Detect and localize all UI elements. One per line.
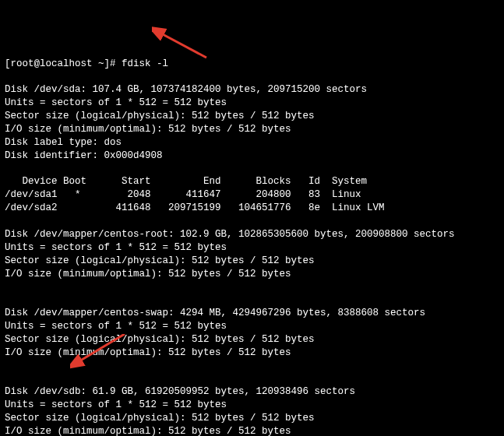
units-line: Units = sectors of 1 * 512 = 512 bytes	[5, 242, 227, 253]
io-size-line: I/O size (minimum/optimal): 512 bytes / …	[5, 426, 291, 436]
io-size-line: I/O size (minimum/optimal): 512 bytes / …	[5, 124, 291, 135]
sector-size-line: Sector size (logical/physical): 512 byte…	[5, 111, 315, 121]
disk-centos-root-summary: Disk /dev/mapper/centos-root: 102.9 GB, …	[5, 229, 455, 240]
disk-centos-swap-summary: Disk /dev/mapper/centos-swap: 4294 MB, 4…	[5, 308, 425, 318]
sector-size-line: Sector size (logical/physical): 512 byte…	[5, 334, 315, 345]
shell-prompt: [root@localhost ~]#	[5, 58, 122, 69]
units-line: Units = sectors of 1 * 512 = 512 bytes	[5, 97, 227, 108]
disk-sdb-summary: Disk /dev/sdb: 61.9 GB, 61920509952 byte…	[5, 386, 355, 397]
sector-size-line: Sector size (logical/physical): 512 byte…	[5, 413, 315, 424]
disk-sda-summary: Disk /dev/sda: 107.4 GB, 107374182400 by…	[5, 84, 367, 95]
partition-table-header: Device Boot Start End Blocks Id System	[5, 176, 367, 187]
svg-line-0	[160, 33, 206, 58]
sector-size-line: Sector size (logical/physical): 512 byte…	[5, 255, 315, 266]
io-size-line: I/O size (minimum/optimal): 512 bytes / …	[5, 269, 291, 280]
label-type-line: Disk label type: dos	[5, 137, 122, 148]
identifier-sda: Disk identifier: 0x000d4908	[5, 150, 163, 161]
units-line: Units = sectors of 1 * 512 = 512 bytes	[5, 321, 227, 332]
command-text: fdisk -l	[122, 58, 168, 69]
units-line: Units = sectors of 1 * 512 = 512 bytes	[5, 399, 227, 410]
partition-row-sda1: /dev/sda1 * 2048 411647 204800 83 Linux	[5, 189, 361, 200]
partition-row-sda2: /dev/sda2 411648 209715199 104651776 8e …	[5, 202, 385, 213]
io-size-line: I/O size (minimum/optimal): 512 bytes / …	[5, 347, 291, 358]
